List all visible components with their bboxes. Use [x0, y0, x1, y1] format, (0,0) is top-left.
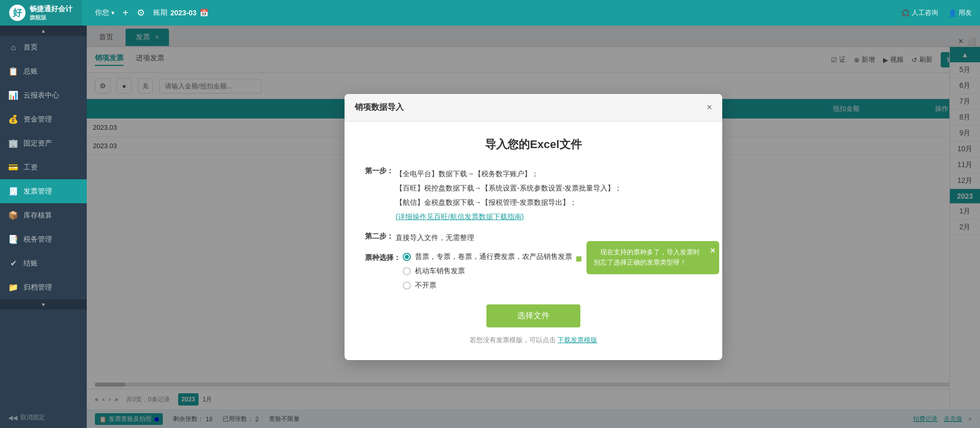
step1-label: 第一步：	[365, 167, 394, 176]
sidebar-label-archive: 归档管理	[23, 283, 52, 292]
top-bar-content: 你您 ▾ + ⚙ 账期 2023-03 📅 🎧 人工咨询 👤 用友	[95, 7, 972, 19]
logo-icon: 好	[9, 5, 26, 21]
sidebar-item-home[interactable]: ⌂ 首页	[0, 36, 87, 59]
user-label: 用友	[959, 8, 972, 17]
sidebar-label-ledger: 总账	[23, 67, 38, 76]
settings-icon[interactable]: ⚙	[137, 7, 145, 18]
period-value: 2023-03	[170, 9, 197, 17]
radio-circle-2	[403, 281, 411, 290]
headset-icon: 🎧	[901, 9, 910, 17]
content-area: 首页 发票 × × ⬜ 销项发票 进项发票	[87, 26, 980, 428]
funds-icon: 💰	[8, 114, 18, 124]
sidebar-label-reports: 云报表中心	[23, 91, 59, 100]
radio-label-2: 不开票	[415, 281, 436, 290]
tooltip-dot	[576, 256, 581, 261]
sidebar: ▲ ⌂ 首页 📋 总账 📊 云报表中心 💰 资金管理 🏢 固定资产 💳 工资 🧾…	[0, 26, 87, 428]
reports-icon: 📊	[8, 90, 18, 100]
support-label: 人工咨询	[912, 8, 938, 17]
sidebar-item-assets[interactable]: 🏢 固定资产	[0, 131, 87, 155]
home-icon: ⌂	[8, 43, 18, 52]
modal-overlay: 销项数据导入 × 导入您的Excel文件 第一步： 【全电平台】数据下载→【税务…	[87, 26, 980, 428]
radio-item-2[interactable]: 不开票	[403, 281, 572, 290]
sidebar-item-funds[interactable]: 💰 资金管理	[0, 107, 87, 131]
main-layout: ▲ ⌂ 首页 📋 总账 📊 云报表中心 💰 资金管理 🏢 固定资产 💳 工资 🧾…	[0, 26, 980, 428]
inventory-icon: 📦	[8, 210, 18, 220]
sidebar-item-inventory[interactable]: 📦 库存核算	[0, 203, 87, 227]
invoice-icon: 🧾	[8, 186, 18, 196]
ticket-label: 票种选择：	[365, 252, 401, 263]
radio-circle-1	[403, 267, 411, 275]
step2-text: 直接导入文件，无需整理	[396, 233, 474, 243]
tooltip-close-btn[interactable]: ×	[710, 244, 715, 257]
select-file-btn[interactable]: 选择文件	[486, 304, 580, 327]
sidebar-label-home: 首页	[23, 43, 38, 52]
sidebar-item-archive[interactable]: 📁 归档管理	[0, 275, 87, 299]
pin-icon: ◀◀	[8, 414, 17, 421]
step1-content: 【全电平台】数据下载→【税务数字账户】； 【百旺】税控盘数据下载→【系统设置-系…	[396, 167, 622, 224]
app-name: 畅捷通好会计	[30, 5, 72, 14]
user-menu[interactable]: 👤 用友	[948, 8, 972, 17]
radio-label-1: 机动车销售发票	[415, 267, 465, 276]
radio-item-0[interactable]: 普票，专票，卷票，通行费发票，农产品销售发票	[403, 252, 572, 261]
tooltip-text: 现在支持的票种多了，导入发票时别忘了选择正确的发票类型呀！	[594, 247, 704, 269]
top-bar: 好 畅捷通好会计 旗舰版 你您 ▾ + ⚙ 账期 2023-03 📅 🎧 人工咨…	[0, 0, 980, 26]
step2-label: 第二步：	[365, 232, 394, 241]
archive-icon: 📁	[8, 282, 18, 292]
sidebar-label-payroll: 工资	[23, 163, 38, 172]
sidebar-unpin-btn[interactable]: ◀◀ 取消固定	[0, 407, 87, 428]
sidebar-item-close[interactable]: ✔ 结账	[0, 251, 87, 275]
company-selector[interactable]: 你您 ▾	[95, 8, 114, 17]
step1-line1: 【全电平台】数据下载→【税务数字账户】；	[396, 167, 622, 181]
sidebar-item-ledger[interactable]: 📋 总账	[0, 59, 87, 83]
ticket-select-block: 票种选择： 普票，专票，卷票，通行费发票，农产品销售发票 机动车销售发票	[365, 252, 702, 290]
step1-link[interactable]: (详细操作见百旺/航信发票数据下载指南)	[396, 209, 622, 224]
period-label: 账期	[153, 8, 167, 17]
sidebar-label-tax: 税务管理	[23, 235, 52, 244]
period-display: 账期 2023-03 📅	[153, 8, 208, 17]
app-logo: 好 畅捷通好会计 旗舰版	[0, 0, 82, 26]
sidebar-item-payroll[interactable]: 💳 工资	[0, 155, 87, 179]
sidebar-bottom-label: 取消固定	[20, 413, 45, 422]
modal-close-btn[interactable]: ×	[706, 102, 712, 113]
modal-dialog: 销项数据导入 × 导入您的Excel文件 第一步： 【全电平台】数据下载→【税务…	[345, 94, 722, 360]
sidebar-label-invoice: 发票管理	[23, 187, 52, 196]
sidebar-scroll-up[interactable]: ▲	[0, 26, 87, 36]
sidebar-label-assets: 固定资产	[23, 139, 52, 148]
top-right-actions: 🎧 人工咨询 👤 用友	[901, 8, 972, 17]
user-icon: 👤	[948, 9, 957, 17]
step1-block: 第一步： 【全电平台】数据下载→【税务数字账户】； 【百旺】税控盘数据下载→【系…	[365, 167, 702, 224]
modal-main-title: 导入您的Excel文件	[365, 137, 702, 152]
radio-label-0: 普票，专票，卷票，通行费发票，农产品销售发票	[415, 252, 572, 261]
company-name: 你您	[95, 8, 109, 17]
sidebar-label-funds: 资金管理	[23, 115, 52, 124]
add-icon[interactable]: +	[122, 7, 129, 19]
sidebar-item-tax[interactable]: 📑 税务管理	[0, 227, 87, 251]
radio-group: 普票，专票，卷票，通行费发票，农产品销售发票 机动车销售发票	[403, 252, 572, 290]
radio-item-1[interactable]: 机动车销售发票 × 现	[403, 267, 572, 276]
modal-footer-text: 若您没有发票模版，可以点击	[470, 336, 556, 344]
sidebar-label-close: 结账	[23, 259, 38, 268]
modal-footer: 若您没有发票模版，可以点击 下载发票模版	[365, 336, 702, 345]
modal-body: 导入您的Excel文件 第一步： 【全电平台】数据下载→【税务数字账户】； 【百…	[345, 122, 722, 360]
assets-icon: 🏢	[8, 138, 18, 148]
radio-circle-0	[403, 253, 411, 261]
step1-link-text[interactable]: (详细操作见百旺/航信发票数据下载指南)	[396, 212, 524, 221]
sidebar-item-reports[interactable]: 📊 云报表中心	[0, 83, 87, 107]
app-edition: 旗舰版	[30, 14, 72, 21]
step1-line3: 【航信】金税盘数据下载→【报税管理-发票数据导出】；	[396, 195, 622, 209]
sidebar-scroll-down[interactable]: ▼	[0, 299, 87, 310]
modal-header: 销项数据导入 ×	[345, 94, 722, 122]
sidebar-item-invoice[interactable]: 🧾 发票管理	[0, 179, 87, 203]
calendar-icon[interactable]: 📅	[200, 9, 208, 17]
sidebar-label-inventory: 库存核算	[23, 211, 52, 220]
close-accounts-icon: ✔	[8, 258, 18, 268]
modal-footer-link[interactable]: 下载发票模版	[557, 336, 597, 344]
tooltip-anchor: × 现在支持的票种多了，导入发票时别忘了选择正确的发票类型呀！	[576, 256, 581, 261]
support-btn[interactable]: 🎧 人工咨询	[901, 8, 938, 17]
payroll-icon: 💳	[8, 162, 18, 172]
chevron-down-icon[interactable]: ▾	[111, 9, 114, 16]
step1-line2: 【百旺】税控盘数据下载→【系统设置-系统参数设置-发票批量导入】；	[396, 181, 622, 195]
tax-icon: 📑	[8, 234, 18, 244]
tooltip-popup: × 现在支持的票种多了，导入发票时别忘了选择正确的发票类型呀！	[586, 241, 719, 275]
ledger-icon: 📋	[8, 66, 18, 76]
